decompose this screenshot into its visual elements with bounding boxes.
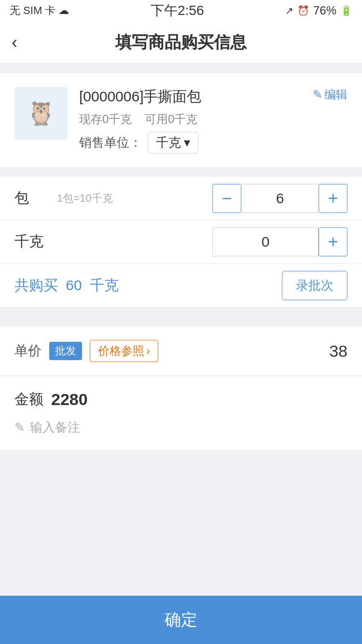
content-empty <box>0 449 362 609</box>
battery-label: 76% <box>313 4 336 17</box>
price-row: 单价 批发 价格参照 › 38 <box>14 340 348 362</box>
total-label: 共购买 60 千克 <box>14 276 119 295</box>
edit-button[interactable]: ✎ 编辑 <box>313 87 348 102</box>
remark-icon: ✎ <box>14 420 25 435</box>
amount-label: 金额 <box>14 390 43 409</box>
record-batch-button[interactable]: 录批次 <box>282 271 348 300</box>
battery-icon: 🔋 <box>340 5 352 16</box>
product-thumbnail: 🦉 <box>14 87 68 140</box>
nav-bar: ‹ 填写商品购买信息 <box>0 21 362 64</box>
remark-row[interactable]: ✎ 输入备注 <box>14 419 348 449</box>
price-ref-arrow-icon: › <box>146 344 150 358</box>
stock-available: 可用0千克 <box>145 112 197 126</box>
amount-row: 金额 2280 <box>14 390 348 409</box>
price-tag: 批发 <box>49 342 82 360</box>
amount-section: 金额 2280 ✎ 输入备注 <box>0 376 362 449</box>
kg-qty-input[interactable] <box>212 227 319 256</box>
kg-plus-button[interactable]: + <box>319 227 348 256</box>
total-row: 共购买 60 千克 录批次 <box>0 264 362 307</box>
package-input-row: 包 1包=10千克 − + <box>0 177 362 220</box>
product-name: [0000006]手撕面包 <box>79 87 348 107</box>
input-section: 包 1包=10千克 − + 千克 + <box>0 177 362 264</box>
confirm-bar[interactable]: 确定 <box>0 596 362 644</box>
package-qty-control: − + <box>212 184 348 213</box>
amount-value: 2280 <box>51 390 88 409</box>
section-divider-1 <box>0 167 362 177</box>
kg-label: 千克 <box>14 232 53 252</box>
package-sublabel: 1包=10千克 <box>57 191 212 206</box>
price-section: 单价 批发 价格参照 › 38 <box>0 326 362 376</box>
unit-value: 千克 <box>156 134 181 151</box>
status-bar: 无 SIM 卡 ☁ 下午2:56 ↗ ⏰ 76% 🔋 <box>0 0 362 21</box>
unit-select[interactable]: 千克 ▾ <box>148 132 198 154</box>
location-icon: ↗ <box>285 5 293 16</box>
package-plus-button[interactable]: + <box>319 184 348 213</box>
price-ref-button[interactable]: 价格参照 › <box>90 340 158 362</box>
alarm-icon: ⏰ <box>297 5 309 16</box>
package-minus-button[interactable]: − <box>212 184 241 213</box>
product-info: [0000006]手撕面包 现存0千克 可用0千克 销售单位： 千克 ▾ <box>79 87 348 154</box>
package-label: 包 <box>14 188 53 208</box>
section-divider-2 <box>0 307 362 317</box>
status-time: 下午2:56 <box>151 1 204 20</box>
stock-current: 现存0千克 <box>79 112 132 126</box>
status-right: ↗ ⏰ 76% 🔋 <box>285 4 352 17</box>
product-thumb-icon: 🦉 <box>27 100 56 127</box>
unit-arrow-icon: ▾ <box>184 135 190 150</box>
total-qty: 60 <box>66 277 82 293</box>
back-button[interactable]: ‹ <box>12 32 17 53</box>
product-unit-row: 销售单位： 千克 ▾ <box>79 132 348 154</box>
edit-icon: ✎ <box>313 88 322 101</box>
total-prefix: 共购买 <box>14 277 58 293</box>
sim-label: 无 SIM 卡 ☁ <box>10 3 69 18</box>
total-unit: 千克 <box>90 277 119 293</box>
status-left: 无 SIM 卡 ☁ <box>10 3 69 18</box>
confirm-button-label: 确定 <box>165 609 197 631</box>
page-title: 填写商品购买信息 <box>115 31 247 54</box>
kg-input-row: 千克 + <box>0 220 362 264</box>
kg-qty-control: + <box>212 227 348 256</box>
price-label: 单价 <box>14 342 42 360</box>
price-value: 38 <box>329 342 348 361</box>
unit-label: 销售单位： <box>79 134 142 151</box>
package-qty-input[interactable] <box>241 184 319 213</box>
price-ref-label: 价格参照 <box>98 343 144 359</box>
remark-placeholder: 输入备注 <box>30 419 80 436</box>
edit-label: 编辑 <box>324 87 348 102</box>
product-stock: 现存0千克 可用0千克 <box>79 112 348 127</box>
product-card: 🦉 [0000006]手撕面包 现存0千克 可用0千克 销售单位： 千克 ▾ ✎… <box>0 73 362 167</box>
